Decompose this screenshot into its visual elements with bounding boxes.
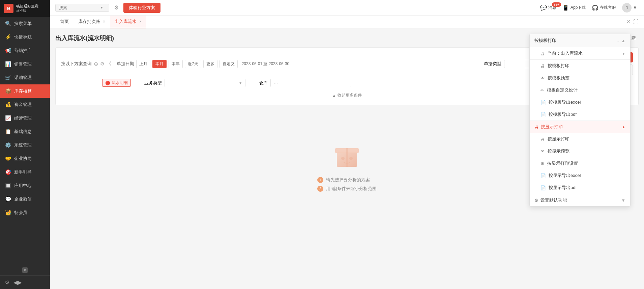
dropdown-item-export-excel-template[interactable]: 📄 按模板导出excel xyxy=(530,96,630,108)
step-2-num: 2 xyxy=(317,186,323,192)
tab-batch-account-label: 库存批次账 xyxy=(78,19,100,25)
current-expand-icon: ▾ xyxy=(622,51,625,56)
sidebar-item-marketing[interactable]: 📢 营销推广 xyxy=(0,44,50,57)
dropdown-current-item[interactable]: 🖨 当前：出入库流水 ▾ xyxy=(530,47,630,59)
topbar-search-wrap[interactable]: ▾ xyxy=(55,4,109,12)
print-template-item-label: 按模板打印 xyxy=(548,63,569,69)
sidebar-item-label-wechat: 企业微信 xyxy=(14,196,32,202)
sidebar-bottom: ⚙ ◀▶ xyxy=(0,275,50,289)
sidebar-toggle-icon[interactable]: ◀▶ xyxy=(13,279,22,286)
tab-home-label: 首页 xyxy=(60,19,69,25)
date-btn-last-7[interactable]: 近7天 xyxy=(185,60,201,68)
settings-icon[interactable]: ⚙ xyxy=(5,279,9,286)
filter-collapse-icon[interactable]: 《 xyxy=(107,61,111,67)
template-items-section: 🖨 按模板打印 👁 按模板预览 ✏ 模板自定义设计 📄 按模板导出excel 📄… xyxy=(530,59,630,121)
sidebar-item-quick-nav[interactable]: ⚡ 快捷导航 xyxy=(0,30,50,44)
tab-inout-flow[interactable]: 出入库流水 × xyxy=(110,16,146,28)
dropdown-item-print-display[interactable]: 🖨 按显示打印 xyxy=(530,133,630,145)
export-pdf-template-label: 按模板导出pdf xyxy=(549,111,577,117)
sidebar-scroll: 🔍 搜索菜单 ⚡ 快捷导航 📢 营销推广 📊 销售管理 🛒 采购管理 📦 库存核… xyxy=(0,17,50,266)
dropdown-title: 按模板打印 xyxy=(534,37,556,44)
online-service-btn[interactable]: 🎧 在线客服 xyxy=(592,4,616,11)
tab-batch-account[interactable]: 库存批次账 × xyxy=(74,16,110,28)
dropdown-item-print-settings-display[interactable]: ⚙ 按显示打印设置 xyxy=(530,157,630,169)
dropdown-more-icon[interactable]: ··· xyxy=(615,38,619,43)
industry-btn[interactable]: 体验行业方案 xyxy=(123,3,160,13)
sidebar-item-finance[interactable]: 💰 资金管理 xyxy=(0,98,50,111)
tab-home[interactable]: 首页 xyxy=(55,16,74,28)
sidebar-item-label-inventory: 库存核算 xyxy=(14,88,32,94)
close-window-icon[interactable]: ✕ xyxy=(626,19,631,25)
display-section-header[interactable]: 🖨 按显示打印 ▲ xyxy=(530,121,630,133)
date-btn-last-month[interactable]: 上月 xyxy=(136,60,150,68)
dropdown-item-print-template[interactable]: 🖨 按模板打印 xyxy=(530,60,630,72)
filter-add-icon[interactable]: ⊕ xyxy=(94,61,98,67)
search-menu-icon: 🔍 xyxy=(5,20,11,27)
dropdown-collapse-icon[interactable]: ▲ xyxy=(621,38,625,43)
flow-detail-tag[interactable]: 🔴 流水明细 xyxy=(102,79,131,87)
tabs-bar: 首页 库存批次账 × 出入库流水 × ✕ ⛶ xyxy=(50,16,644,28)
print-settings-display-label: 按显示打印设置 xyxy=(547,160,578,166)
footer-label-wrap: ⚙ 设置默认功能 xyxy=(534,197,567,203)
tab-batch-account-close[interactable]: × xyxy=(103,19,105,24)
topbar-gear-icon[interactable]: ⚙ xyxy=(114,4,119,11)
sidebar-item-system[interactable]: ⚙️ 系统管理 xyxy=(0,138,50,152)
biz-type-label: 业务类型 xyxy=(144,80,162,86)
wechat-icon: 💬 xyxy=(5,196,11,203)
app-center-icon: 🔲 xyxy=(5,182,11,189)
search-chevron-icon[interactable]: ▾ xyxy=(101,5,103,10)
sidebar-item-label-system: 系统管理 xyxy=(14,142,32,148)
date-btn-custom[interactable]: 自定义 xyxy=(219,60,238,68)
logo-text: 畅捷通好生意 xyxy=(16,4,38,8)
date-btn-more[interactable]: 更多 xyxy=(203,60,217,68)
sidebar-item-basic-info[interactable]: 📋 基础信息 xyxy=(0,125,50,138)
dropdown-item-preview-display[interactable]: 👁 按显示预览 xyxy=(530,145,630,157)
preview-template-icon: 👁 xyxy=(540,76,545,81)
sidebar-item-sales[interactable]: 📊 销售管理 xyxy=(0,57,50,71)
export-pdf-display-icon: 📄 xyxy=(540,185,546,190)
sidebar-item-operation[interactable]: 📈 经营管理 xyxy=(0,111,50,125)
sidebar-item-app-center[interactable]: 🔲 应用中心 xyxy=(0,179,50,192)
phone-icon: 📱 xyxy=(562,4,569,11)
search-input[interactable] xyxy=(59,5,99,10)
warehouse-section: 仓库 ··· xyxy=(259,79,351,87)
export-pdf-display-label: 按显示导出pdf xyxy=(549,185,577,191)
sidebar-item-label-app-center: 应用中心 xyxy=(14,183,32,189)
sidebar-item-wechat[interactable]: 💬 企业微信 xyxy=(0,192,50,206)
preview-template-item-label: 按模板预览 xyxy=(548,75,569,81)
dropdown-item-export-pdf-display[interactable]: 📄 按显示导出pdf xyxy=(530,182,630,194)
sidebar-item-guide[interactable]: 🎯 新手引导 xyxy=(0,165,50,179)
sidebar-item-search-menu[interactable]: 🔍 搜索菜单 xyxy=(0,17,50,30)
date-label: 单据日期 xyxy=(117,61,134,67)
dropdown-item-export-pdf-template[interactable]: 📄 按模板导出pdf xyxy=(530,108,630,121)
dropdown-item-preview-template[interactable]: 👁 按模板预览 xyxy=(530,72,630,84)
warehouse-select[interactable]: ··· xyxy=(270,79,351,87)
date-btn-this-year[interactable]: 本年 xyxy=(169,60,183,68)
sidebar-item-enterprise[interactable]: 🤝 企业协同 xyxy=(0,152,50,165)
dropdown-footer[interactable]: ⚙ 设置默认功能 ▼ xyxy=(530,194,630,206)
dropdown-item-custom-template[interactable]: ✏ 模板自定义设计 xyxy=(530,84,630,96)
maximize-icon[interactable]: ⛶ xyxy=(633,19,639,25)
tab-inout-flow-close[interactable]: × xyxy=(139,19,142,24)
avatar-text: R xyxy=(625,6,628,10)
logo-icon: B xyxy=(4,4,13,13)
date-btn-this-month[interactable]: 本月 xyxy=(152,60,167,68)
biz-type-select[interactable]: ▾ xyxy=(165,79,245,87)
app-download-btn[interactable]: 📱 App下载 xyxy=(562,4,586,11)
sidebar-scroll-down[interactable]: ▼ xyxy=(22,267,28,273)
custom-template-item-label: 模板自定义设计 xyxy=(547,87,578,93)
messages-btn[interactable]: 💬 消息 99+ xyxy=(540,4,556,11)
export-pdf-template-icon: 📄 xyxy=(540,112,546,117)
filter-settings-icon[interactable]: ⚙ xyxy=(100,61,105,67)
current-doc-icon: 🖨 xyxy=(540,51,545,56)
dropdown-item-export-excel-display[interactable]: 📄 按显示导出excel xyxy=(530,169,630,182)
logo-sub: 标准版 xyxy=(16,8,38,13)
display-section-label: 按显示打印 xyxy=(541,124,563,130)
sidebar-item-inventory[interactable]: 📦 库存核算 xyxy=(0,84,50,98)
sidebar-item-label-guide: 新手引导 xyxy=(14,169,32,175)
warehouse-label: 仓库 xyxy=(259,80,268,86)
sidebar-item-vip[interactable]: 👑 畅会员 xyxy=(0,206,50,219)
sidebar-item-purchase[interactable]: 🛒 采购管理 xyxy=(0,71,50,84)
user-profile-btn[interactable]: R Rit xyxy=(622,3,639,12)
preview-display-icon: 👁 xyxy=(540,149,545,154)
